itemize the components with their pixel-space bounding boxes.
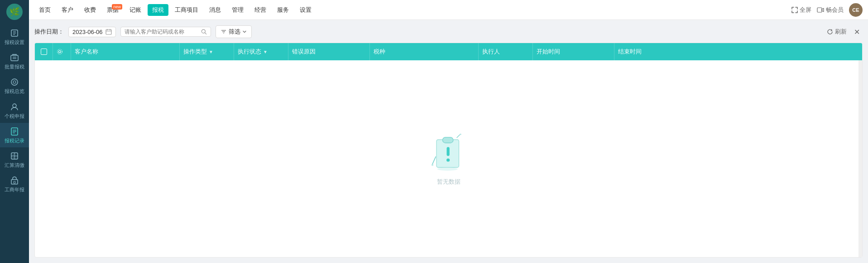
sidebar-item-baoshuizonglan-label: 报税总览 <box>5 88 24 94</box>
sidebar-item-gongshangnianbaо[interactable]: 工商年报 <box>0 172 29 196</box>
search-input[interactable] <box>125 29 198 35</box>
th-checkbox[interactable] <box>35 43 53 60</box>
sidebar-item-baoshuijilu-label: 报税记录 <box>5 138 24 144</box>
sort-icon-exec-status: ▼ <box>263 49 268 54</box>
svg-rect-38 <box>442 137 453 143</box>
top-navigation: 首页 客户 收费 票据 new 记账 报税 工商项目 消息 管理 经营 服务 设… <box>29 0 868 20</box>
search-icon <box>201 29 207 35</box>
th-client-name: 客户名称 <box>71 43 180 60</box>
empty-illustration <box>428 132 469 172</box>
sidebar-item-baoshuizonglan[interactable]: 报税总览 <box>0 73 29 98</box>
svg-point-11 <box>13 104 16 107</box>
sidebar-item-huisuanqingsuan[interactable]: + - × ÷ 汇算清缴 <box>0 147 29 172</box>
th-exec-status[interactable]: 执行状态 ▼ <box>234 43 288 60</box>
sidebar-item-baoshuijilu[interactable]: 报税记录 <box>0 123 29 147</box>
svg-rect-25 <box>817 8 822 12</box>
video-icon <box>817 7 824 13</box>
nav-item-xiaoxi[interactable]: 消息 <box>205 4 225 16</box>
svg-rect-26 <box>106 29 111 34</box>
svg-point-9 <box>11 79 18 85</box>
new-badge: new <box>112 4 122 10</box>
sidebar-item-baoshuishenji[interactable]: 报税设置 <box>0 24 29 49</box>
nav-item-shezhi[interactable]: 设置 <box>295 4 316 16</box>
filter-icon <box>221 29 227 35</box>
date-label: 操作日期： <box>34 28 64 36</box>
sidebar-item-gegeishenbao-label: 个税申报 <box>5 113 24 119</box>
svg-point-36 <box>58 49 62 54</box>
settings-icon <box>57 49 63 55</box>
date-value: 2023-06-06 <box>72 29 103 35</box>
svg-text:🌿: 🌿 <box>10 7 20 17</box>
nav-item-jizhang[interactable]: 记账 <box>125 4 146 16</box>
main-area: 首页 客户 收费 票据 new 记账 报税 工商项目 消息 管理 经营 服务 设… <box>29 0 868 263</box>
avatar-text: CE <box>852 7 859 13</box>
sidebar-item-pilianbaoshui[interactable]: 批量报税 <box>0 49 29 73</box>
scrollbar[interactable] <box>858 60 862 257</box>
fullscreen-button[interactable]: 全屏 <box>791 6 811 14</box>
th-end-time: 结束时间 <box>614 43 682 60</box>
nav-item-baoshui[interactable]: 报税 <box>148 4 168 16</box>
sort-icon-operation-type: ▼ <box>209 49 213 54</box>
svg-line-43 <box>432 157 436 164</box>
sidebar: 🌿 报税设置 批量报税 <box>0 0 29 263</box>
filter-button[interactable]: 筛选 <box>216 25 252 38</box>
th-settings[interactable] <box>53 43 71 60</box>
search-box[interactable] <box>120 27 211 37</box>
chevron-down-icon <box>242 29 247 34</box>
baoshuizonglan-icon <box>10 77 19 87</box>
empty-state: 暂无数据 <box>419 122 478 195</box>
refresh-button[interactable]: 刷新 <box>827 28 847 36</box>
nav-item-guanli[interactable]: 管理 <box>227 4 248 16</box>
svg-point-35 <box>59 51 61 53</box>
nav-item-piaoju[interactable]: 票据 new <box>102 4 123 16</box>
refresh-icon <box>827 29 833 35</box>
svg-rect-24 <box>14 181 15 183</box>
table-header: 客户名称 操作类型 ▼ 执行状态 ▼ 错误原因 税种 执行人 <box>35 43 862 60</box>
calendar-icon <box>106 29 112 35</box>
nav-item-gongshangxiangmu[interactable]: 工商项目 <box>170 4 203 16</box>
gongshangnianbaо-icon <box>10 175 19 185</box>
select-all-checkbox[interactable] <box>41 49 47 55</box>
svg-text:+: + <box>13 153 14 156</box>
empty-text: 暂无数据 <box>437 178 460 186</box>
nav-item-shouye[interactable]: 首页 <box>34 4 55 16</box>
nav-item-jingying[interactable]: 经营 <box>250 4 271 16</box>
huisuanqingsuan-icon: + - × ÷ <box>10 151 19 161</box>
nav-item-kehu[interactable]: 客户 <box>57 4 78 16</box>
th-start-time: 开始时间 <box>533 43 614 60</box>
member-button[interactable]: 畅会员 <box>817 6 844 14</box>
svg-line-41 <box>457 135 460 137</box>
sidebar-item-gongshangnianbaо-label: 工商年报 <box>5 187 24 193</box>
svg-line-31 <box>205 33 206 34</box>
close-button[interactable]: ✕ <box>851 27 863 37</box>
sidebar-item-huisuanqingsuan-label: 汇算清缴 <box>5 162 24 168</box>
baoshuijilu-icon <box>10 127 19 136</box>
sidebar-item-pilianbaoshui-label: 批量报税 <box>5 64 24 70</box>
nav-right-area: 全屏 畅会员 CE <box>791 3 863 17</box>
svg-text:×: × <box>13 156 14 159</box>
svg-text:÷: ÷ <box>15 156 17 159</box>
user-avatar[interactable]: CE <box>849 3 863 17</box>
baoshuishenji-icon <box>10 28 19 38</box>
th-tax-type: 税种 <box>370 43 479 60</box>
svg-point-45 <box>437 167 457 170</box>
fullscreen-label: 全屏 <box>800 6 811 14</box>
refresh-label: 刷新 <box>835 28 847 36</box>
svg-point-42 <box>460 134 461 136</box>
toolbar: 操作日期： 2023-06-06 <box>34 25 863 38</box>
data-table: 客户名称 操作类型 ▼ 执行状态 ▼ 错误原因 税种 执行人 <box>34 43 863 258</box>
sidebar-item-gegeishenbao[interactable]: 个税申报 <box>0 98 29 123</box>
svg-point-40 <box>446 158 450 161</box>
date-picker[interactable]: 2023-06-06 <box>68 27 116 37</box>
th-operation-type[interactable]: 操作类型 ▼ <box>180 43 234 60</box>
table-body: 暂无数据 <box>35 60 862 257</box>
nav-item-fuwu[interactable]: 服务 <box>273 4 293 16</box>
nav-item-shouqian[interactable]: 收费 <box>80 4 101 16</box>
svg-rect-6 <box>11 55 18 61</box>
gegeishenbao-icon <box>10 102 19 112</box>
page-content: 操作日期： 2023-06-06 <box>29 20 868 263</box>
th-executor: 执行人 <box>479 43 533 60</box>
filter-label: 筛选 <box>229 28 240 36</box>
svg-point-44 <box>431 164 433 166</box>
pilianbaoshui-icon <box>10 53 19 63</box>
